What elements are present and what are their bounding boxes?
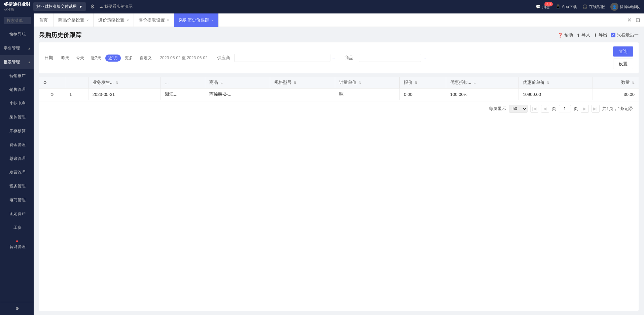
online-service-btn[interactable]: 🎧 在线客服 <box>582 4 605 10</box>
last-only-checkbox[interactable]: ✓ <box>611 33 615 37</box>
sidebar-item-ecommerce[interactable]: 电商管理 <box>0 193 34 207</box>
tab-selling-close[interactable]: × <box>167 18 169 22</box>
sidebar-item-assets[interactable]: 固定资产 <box>0 207 34 221</box>
gear-col-icon: ⚙ <box>43 80 47 85</box>
sidebar-item-sales[interactable]: 销售管理 <box>0 83 34 97</box>
tab-strategy-label: 进价策略设置 <box>98 17 124 23</box>
tab-selling[interactable]: 售价提取设置 × <box>134 13 174 27</box>
product-input[interactable] <box>359 54 421 62</box>
tab-history[interactable]: 采购历史价跟踪 × <box>174 13 218 27</box>
tab-home[interactable]: 首页 <box>34 13 53 27</box>
tab-strategy-close[interactable]: × <box>127 18 129 22</box>
last-only-btn[interactable]: ✓ 只看最后一 <box>611 32 639 38</box>
main-layout: 快捷导航 零售管理 ▲ 批发管理 ▲ 营销推广 销售管理 小畅电商 采购管理 库… <box>0 13 644 315</box>
retail-label: 零售管理 <box>4 45 20 51</box>
export-icon: ⬇ <box>594 33 597 38</box>
col-price[interactable]: 报价 ⇅ <box>400 77 446 89</box>
shortcut-label: 快捷导航 <box>9 32 26 37</box>
date-btn-more[interactable]: 更多 <box>122 55 136 62</box>
tab-close-btn[interactable]: ✕ <box>626 15 633 25</box>
supplier-dots[interactable]: ... <box>332 56 335 60</box>
sidebar-item-shortcut[interactable]: 快捷导航 <box>0 28 34 41</box>
product-filter: ... <box>359 54 426 62</box>
app-download-btn[interactable]: 📱 App下载 <box>556 4 577 10</box>
prev-page-btn[interactable]: ◀ <box>541 105 549 113</box>
messages-btn[interactable]: 💬 消息 99+ <box>536 4 550 10</box>
page-label-text: 页 <box>552 106 556 112</box>
last-only-label: 只看最后一 <box>617 32 639 38</box>
col-product[interactable]: 商品 ⇅ <box>205 77 270 89</box>
col-spec[interactable]: 规格型号 ⇅ <box>270 77 335 89</box>
sidebar-item-tax[interactable]: 税务管理 <box>0 179 34 193</box>
date-btn-custom[interactable]: 自定义 <box>137 55 154 62</box>
content-area: 首页 商品价格设置 × 进价策略设置 × 售价提取设置 × 采购历史价跟踪 × … <box>34 13 644 315</box>
sidebar: 快捷导航 零售管理 ▲ 批发管理 ▲ 营销推广 销售管理 小畅电商 采购管理 库… <box>0 13 34 315</box>
col-gear[interactable]: ⚙ <box>39 77 65 89</box>
search-input[interactable] <box>4 17 31 24</box>
sidebar-item-retail[interactable]: 零售管理 ▲ <box>0 41 34 55</box>
sidebar-gear-btn[interactable]: ⚙ <box>0 302 34 315</box>
tab-price[interactable]: 商品价格设置 × <box>53 13 94 27</box>
col-pre-discount-label: 优惠前单价 <box>523 80 545 85</box>
row-date: 2023-05-31 <box>88 89 161 100</box>
last-page-btn[interactable]: ▶| <box>592 105 600 113</box>
sidebar-item-salary[interactable]: 工资 <box>0 221 34 235</box>
page-header: 采购历史价跟踪 ❓ 帮助 ⬆ 导入 ⬇ 导出 ✓ <box>39 31 639 39</box>
filter-settings-btn[interactable]: 设置 <box>613 59 633 69</box>
edition-select[interactable]: 好业财标准版交付试用 ▼ <box>33 2 86 11</box>
col-unit[interactable]: 计量单位 ⇅ <box>335 77 400 89</box>
date-btn-yesterday[interactable]: 昨天 <box>59 55 72 62</box>
import-btn[interactable]: ⬆ 导入 <box>576 32 590 38</box>
per-page-select[interactable]: 10 20 50 100 <box>509 105 528 113</box>
help-btn[interactable]: ❓ 帮助 <box>558 32 573 38</box>
next-page-btn[interactable]: ▶ <box>581 105 589 113</box>
date-sort-icon: ⇅ <box>115 81 118 84</box>
tab-strategy[interactable]: 进价策略设置 × <box>94 13 134 27</box>
help-label: 帮助 <box>564 32 573 38</box>
messages-badge: 99+ <box>544 2 553 6</box>
tab-expand-btn[interactable]: ⊡ <box>634 15 641 25</box>
tab-selling-label: 售价提取设置 <box>139 17 165 23</box>
supplier-input[interactable] <box>234 54 330 62</box>
col-quantity[interactable]: 数量 ⇅ <box>593 77 639 89</box>
inventory-label: 库存核算 <box>9 128 26 134</box>
settings-icon[interactable]: ⚙ <box>89 2 96 11</box>
date-btn-7days[interactable]: 近7天 <box>88 55 104 62</box>
export-btn[interactable]: ⬇ 导出 <box>594 32 607 38</box>
sidebar-item-inventory[interactable]: 库存核算 <box>0 124 34 138</box>
date-btn-1month[interactable]: 近1月 <box>105 55 121 62</box>
sidebar-item-purchase[interactable]: 采购管理 <box>0 110 34 124</box>
col-pre-discount-price[interactable]: 优惠前单价 ⇅ <box>518 77 593 89</box>
sidebar-item-finance[interactable]: 资金管理 <box>0 138 34 152</box>
row-supplier: 浙江... <box>161 89 205 100</box>
row-unit: 吨 <box>335 89 400 100</box>
sidebar-item-ecommerce-small[interactable]: 小畅电商 <box>0 97 34 110</box>
col-discount[interactable]: 优惠折扣... ⇅ <box>446 77 518 89</box>
row-product: 丙烯酸-2-... <box>205 89 270 100</box>
product-dots[interactable]: ... <box>423 56 426 60</box>
sidebar-item-wholesale[interactable]: 批发管理 ▲ <box>0 55 34 69</box>
date-btn-today[interactable]: 今天 <box>73 55 87 62</box>
sidebar-item-smart[interactable]: ● 智能管理 <box>0 235 34 254</box>
filter-row-1: 日期 昨天 今天 近7天 近1月 更多 自定义 2023-05-02 至 202… <box>44 46 633 69</box>
sidebar-item-ledger[interactable]: 总账管理 <box>0 152 34 166</box>
demo-btn[interactable]: ☁ 我要看实例演示 <box>99 4 133 9</box>
row-gear[interactable]: ⚙ <box>39 89 65 100</box>
first-page-btn[interactable]: |◀ <box>530 105 538 113</box>
quantity-sort-icon: ⇅ <box>632 81 635 84</box>
data-table: ⚙ 业务发生... ⇅ ... 商品 <box>39 77 639 100</box>
product-sort-icon: ⇅ <box>220 81 223 84</box>
page-number-input[interactable] <box>559 105 571 112</box>
tab-history-close[interactable]: × <box>211 18 213 22</box>
query-btn[interactable]: 查询 <box>613 46 633 57</box>
sidebar-item-invoice[interactable]: 发票管理 <box>0 166 34 179</box>
tab-price-close[interactable]: × <box>86 18 88 22</box>
col-extra[interactable]: ... <box>161 77 205 89</box>
col-date[interactable]: 业务发生... ⇅ <box>88 77 161 89</box>
sidebar-item-marketing[interactable]: 营销推广 <box>0 69 34 83</box>
user-profile[interactable]: 👤 徐泽华修改 <box>610 3 640 11</box>
sidebar-search[interactable] <box>0 13 34 28</box>
table-row: ⚙ 1 2023-05-31 浙江... 丙烯酸-2-... 吨 0.00 10… <box>39 89 639 100</box>
chevron-down-icon: ▼ <box>79 4 83 9</box>
gear-icon: ⚙ <box>15 306 19 311</box>
